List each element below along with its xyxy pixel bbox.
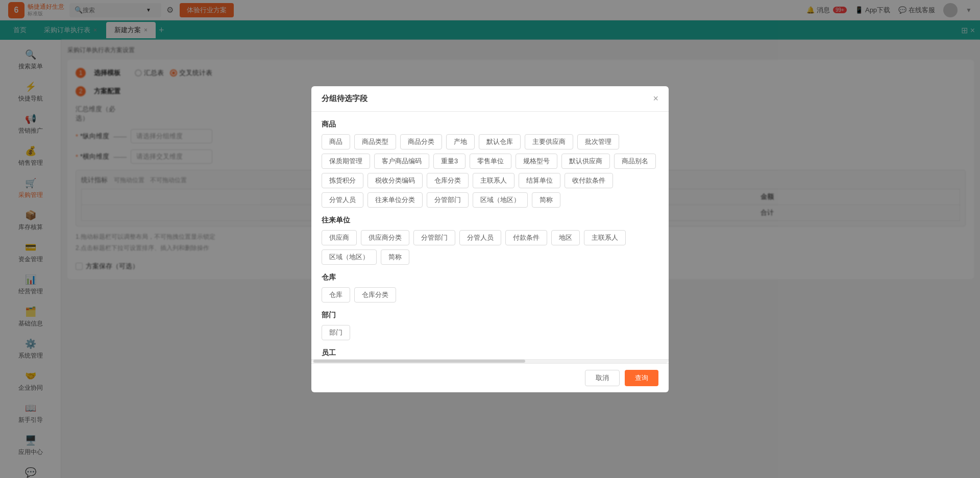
tag-goods-4[interactable]: 默认仓库: [479, 134, 521, 149]
tag-partner-6[interactable]: 主联系人: [584, 230, 626, 245]
tag-goods-10[interactable]: 零售单位: [470, 154, 511, 169]
section-warehouse-title: 仓库: [322, 273, 658, 282]
confirm-button[interactable]: 查询: [625, 370, 658, 386]
tag-warehouse-1[interactable]: 仓库分类: [354, 287, 396, 303]
field-section-dept: 部门 部门: [322, 311, 658, 340]
tag-goods-16[interactable]: 仓库分类: [427, 173, 469, 188]
section-partner-title: 往来单位: [322, 216, 658, 225]
tag-goods-12[interactable]: 默认供应商: [561, 154, 610, 169]
modal-overlay: 分组待选字段 × 商品 商品 商品类型 商品分类 产地 默认仓库 主要供应商 批…: [0, 0, 980, 478]
tag-goods-19[interactable]: 收付款条件: [565, 173, 613, 188]
tag-partner-7[interactable]: 区域（地区）: [322, 249, 377, 265]
tag-partner-5[interactable]: 地区: [551, 230, 580, 245]
section-staff-title: 员工: [322, 348, 658, 358]
tag-partner-0[interactable]: 供应商: [322, 230, 357, 245]
warehouse-field-tags: 仓库 仓库分类: [322, 287, 658, 303]
tag-goods-20[interactable]: 分管人员: [322, 192, 363, 208]
modal-title: 分组待选字段: [322, 94, 368, 104]
tag-partner-8[interactable]: 简称: [381, 249, 409, 265]
tag-goods-13[interactable]: 商品别名: [614, 154, 656, 169]
section-dept-title: 部门: [322, 311, 658, 320]
modal-footer: 取消 查询: [311, 363, 669, 392]
tag-goods-3[interactable]: 产地: [446, 134, 475, 149]
tag-goods-5[interactable]: 主要供应商: [525, 134, 573, 149]
dept-field-tags: 部门: [322, 325, 658, 340]
field-section-partner: 往来单位 供应商 供应商分类 分管部门 分管人员 付款条件 地区 主联系人 区域…: [322, 216, 658, 265]
tag-goods-22[interactable]: 分管部门: [427, 192, 469, 208]
modal-dialog: 分组待选字段 × 商品 商品 商品类型 商品分类 产地 默认仓库 主要供应商 批…: [311, 86, 669, 392]
modal-body[interactable]: 商品 商品 商品类型 商品分类 产地 默认仓库 主要供应商 批次管理 保质期管理…: [311, 112, 669, 360]
tag-partner-2[interactable]: 分管部门: [413, 230, 455, 245]
goods-field-tags: 商品 商品类型 商品分类 产地 默认仓库 主要供应商 批次管理 保质期管理 客户…: [322, 134, 658, 208]
tag-goods-8[interactable]: 客户商品编码: [374, 154, 429, 169]
section-goods-title: 商品: [322, 120, 658, 129]
modal-horizontal-scrollbar[interactable]: [311, 359, 669, 363]
cancel-button[interactable]: 取消: [585, 370, 620, 386]
field-section-goods: 商品 商品 商品类型 商品分类 产地 默认仓库 主要供应商 批次管理 保质期管理…: [322, 120, 658, 208]
tag-dept-0[interactable]: 部门: [322, 325, 350, 340]
tag-goods-14[interactable]: 拣货积分: [322, 173, 363, 188]
tag-warehouse-0[interactable]: 仓库: [322, 287, 350, 303]
tag-goods-9[interactable]: 重量3: [433, 154, 465, 169]
tag-goods-1[interactable]: 商品类型: [354, 134, 396, 149]
tag-goods-6[interactable]: 批次管理: [577, 134, 619, 149]
tag-goods-2[interactable]: 商品分类: [400, 134, 442, 149]
tag-partner-3[interactable]: 分管人员: [459, 230, 501, 245]
field-section-staff: 员工 业务员: [322, 348, 658, 360]
tag-goods-23[interactable]: 区域（地区）: [473, 192, 528, 208]
tag-goods-24[interactable]: 简称: [532, 192, 560, 208]
tag-goods-21[interactable]: 往来单位分类: [368, 192, 423, 208]
tag-goods-7[interactable]: 保质期管理: [322, 154, 370, 169]
modal-header: 分组待选字段 ×: [311, 86, 669, 112]
tag-goods-18[interactable]: 结算单位: [519, 173, 560, 188]
hscroll-thumb: [313, 360, 525, 363]
modal-close-button[interactable]: ×: [653, 93, 658, 104]
field-section-warehouse: 仓库 仓库 仓库分类: [322, 273, 658, 303]
tag-goods-11[interactable]: 规格型号: [516, 154, 557, 169]
tag-goods-15[interactable]: 税收分类编码: [368, 173, 423, 188]
tag-partner-1[interactable]: 供应商分类: [361, 230, 409, 245]
tag-goods-17[interactable]: 主联系人: [473, 173, 514, 188]
tag-partner-4[interactable]: 付款条件: [505, 230, 547, 245]
partner-field-tags: 供应商 供应商分类 分管部门 分管人员 付款条件 地区 主联系人 区域（地区） …: [322, 230, 658, 265]
tag-goods-0[interactable]: 商品: [322, 134, 350, 149]
